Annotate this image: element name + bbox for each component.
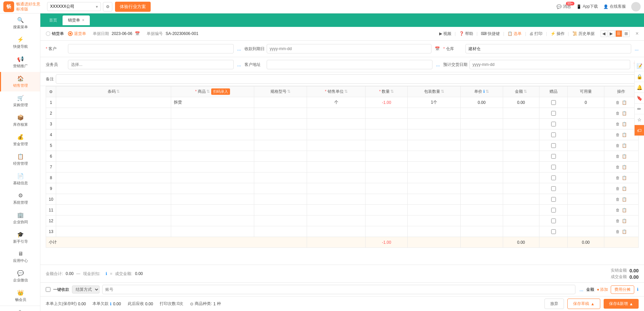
right-panel-bookmark-icon[interactable]: 🔖 — [635, 93, 644, 104]
row-unit-price-10[interactable] — [461, 205, 503, 216]
row-product-0[interactable]: 拆货 — [171, 97, 254, 108]
row-product-10[interactable] — [171, 205, 254, 216]
customer-addr-dots[interactable]: ... — [436, 62, 440, 67]
product-sort-icon[interactable]: ⇅ — [206, 89, 210, 94]
close-form-button[interactable]: × — [636, 31, 639, 37]
row-gift-9[interactable] — [539, 194, 568, 205]
message-button[interactable]: 💬 消息 99+ — [557, 4, 571, 9]
row-spec-1[interactable] — [254, 108, 307, 119]
right-panel-star-icon[interactable]: ☆ — [635, 114, 644, 125]
copy-row-icon[interactable]: 📋 — [622, 143, 627, 148]
row-unit-price-7[interactable] — [461, 172, 503, 183]
row-spec-0[interactable] — [254, 97, 307, 108]
list-view-button[interactable]: ☰ — [615, 30, 622, 37]
row-product-2[interactable] — [171, 119, 254, 129]
row-unit-price-5[interactable] — [461, 151, 503, 162]
row-spec-2[interactable] — [254, 119, 307, 129]
customer-dots[interactable]: ... — [237, 46, 241, 51]
prev-record-button[interactable]: ◀ — [601, 30, 607, 37]
row-unit-price-4[interactable] — [461, 140, 503, 151]
pack-sort-icon[interactable]: ⇅ — [441, 89, 444, 94]
row-unit-price-0[interactable]: 0.00 — [461, 97, 503, 108]
sidebar-item-basic[interactable]: 📄 基础信息 — [0, 169, 40, 189]
row-product-7[interactable] — [171, 172, 254, 183]
copy-row-icon[interactable]: 📋 — [622, 122, 627, 126]
row-spec-8[interactable] — [254, 183, 307, 194]
row-spec-12[interactable] — [254, 226, 307, 237]
expense-info-icon[interactable]: ℹ — [637, 287, 639, 292]
expense-split-button[interactable]: 费用分摊 — [611, 285, 634, 294]
row-spec-3[interactable] — [254, 129, 307, 140]
row-barcode-7[interactable] — [56, 172, 171, 183]
sidebar-settings-button[interactable]: ⚙ — [0, 306, 40, 311]
copy-row-icon[interactable]: 📋 — [622, 219, 627, 223]
row-product-1[interactable] — [171, 108, 254, 119]
row-spec-7[interactable] — [254, 172, 307, 183]
history-action[interactable]: 📜 历史单据 — [572, 31, 595, 37]
discount-info-icon[interactable]: ℹ — [106, 271, 107, 276]
row-barcode-5[interactable] — [56, 151, 171, 162]
delete-row-icon[interactable]: 🗑 — [616, 186, 620, 191]
sidebar-item-purchase[interactable]: 🛒 采购管理 — [0, 91, 40, 111]
row-barcode-4[interactable] — [56, 140, 171, 151]
row-spec-10[interactable] — [254, 205, 307, 216]
calendar-icon[interactable]: 📅 — [135, 31, 140, 36]
sidebar-item-quicknav[interactable]: ⚡ 快捷导航 — [0, 33, 40, 52]
right-panel-tag-icon[interactable]: 🏷 — [635, 125, 644, 136]
delete-row-icon[interactable]: 🗑 — [616, 100, 620, 105]
row-barcode-3[interactable] — [56, 129, 171, 140]
delete-row-icon[interactable]: 🗑 — [616, 197, 620, 202]
copy-row-icon[interactable]: 📋 — [622, 208, 627, 212]
row-gift-8[interactable] — [539, 183, 568, 194]
add-payment-button[interactable]: ● 添加 — [597, 287, 608, 293]
arrears-info-icon[interactable]: ℹ — [110, 302, 112, 306]
copy-row-icon[interactable]: 📋 — [622, 132, 627, 137]
remark-input[interactable] — [56, 74, 639, 84]
barcode-sort-icon[interactable]: ⇅ — [116, 89, 120, 94]
row-barcode-1[interactable] — [56, 108, 171, 119]
row-unit-price-6[interactable] — [461, 162, 503, 172]
copy-row-icon[interactable]: 📋 — [622, 197, 627, 202]
row-spec-4[interactable] — [254, 140, 307, 151]
col-settings[interactable]: ⚙ — [46, 86, 56, 97]
sales-order-radio[interactable]: 销货单 — [46, 31, 64, 37]
tab-home[interactable]: 首页 — [44, 15, 63, 25]
print-action[interactable]: 🖨 打印 — [529, 31, 542, 37]
sidebar-item-wechat[interactable]: 💬 企业微信 — [0, 267, 40, 286]
copy-row-icon[interactable]: 📋 — [622, 176, 627, 180]
settings-gear-button[interactable]: ⚙ — [103, 2, 112, 11]
row-gift-3[interactable] — [539, 129, 568, 140]
unit-sort-icon[interactable]: ⇅ — [344, 89, 348, 94]
online-service-button[interactable]: 👤 在线客服 — [603, 4, 626, 9]
row-spec-9[interactable] — [254, 194, 307, 205]
spec-sort-icon[interactable]: ⇅ — [287, 89, 291, 94]
right-panel-bell-icon[interactable]: 🔔 — [635, 82, 644, 93]
warehouse-dots[interactable]: ... — [635, 46, 639, 51]
row-qty-4[interactable] — [366, 140, 408, 151]
row-barcode-9[interactable] — [56, 194, 171, 205]
row-gift-2[interactable] — [539, 119, 568, 129]
right-panel-edit-icon[interactable]: ✏ — [635, 104, 644, 114]
price-sort-icon[interactable]: ⇅ — [486, 89, 489, 94]
row-gift-6[interactable] — [539, 162, 568, 172]
delete-row-icon[interactable]: 🗑 — [616, 229, 620, 234]
qty-sort-icon[interactable]: ⇅ — [390, 89, 394, 94]
company-selector[interactable]: XXXXXX公司 ▾ — [47, 2, 101, 11]
account-dots[interactable]: ... — [579, 287, 583, 292]
save-new-button[interactable]: 保存&新增 ▲ — [604, 299, 639, 309]
row-unit-price-11[interactable] — [461, 216, 503, 226]
row-barcode-6[interactable] — [56, 162, 171, 172]
calc-method-select[interactable]: 结算方式 — [72, 285, 100, 294]
delete-row-icon[interactable]: 🗑 — [616, 154, 620, 159]
row-product-8[interactable] — [171, 183, 254, 194]
row-unit-price-8[interactable] — [461, 183, 503, 194]
sidebar-item-enterprise[interactable]: 🏢 企业协同 — [0, 208, 40, 228]
select-action[interactable]: 📋 选单 — [507, 31, 522, 37]
row-product-11[interactable] — [171, 216, 254, 226]
row-barcode-11[interactable] — [56, 216, 171, 226]
expected-date-input[interactable] — [469, 60, 630, 69]
warehouse-input[interactable] — [465, 44, 631, 53]
customer-input[interactable] — [68, 44, 234, 53]
row-qty-9[interactable] — [366, 194, 408, 205]
grid-view-button[interactable]: ⊞ — [623, 30, 630, 37]
